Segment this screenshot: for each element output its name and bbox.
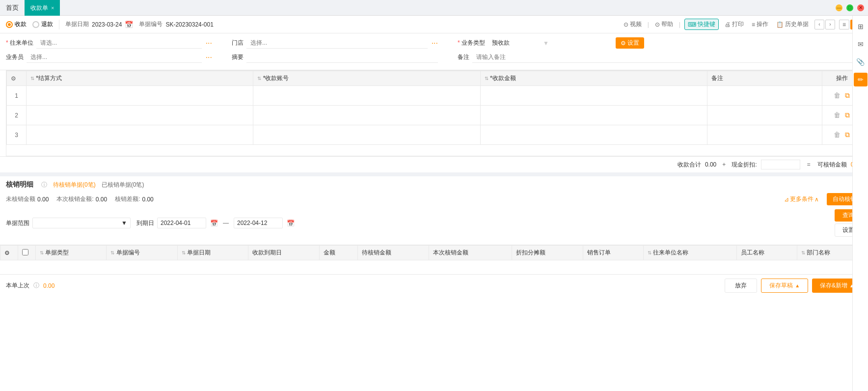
writeoff-info-icon[interactable]: ⓘ	[41, 181, 47, 189]
partner-input[interactable]	[38, 38, 200, 47]
tab-receipt[interactable]: 收款单 ×	[25, 0, 60, 16]
row-amount[interactable]	[480, 86, 707, 106]
staff-dots-btn[interactable]: ···	[206, 54, 212, 61]
remark-input[interactable]	[474, 53, 860, 61]
shop-input[interactable]	[248, 38, 426, 47]
footer-info-icon[interactable]: ⓘ	[33, 281, 39, 290]
history-btn[interactable]: 📋 历史单据	[774, 19, 811, 29]
pending-tab-link[interactable]: 待核销单据(0笔)	[53, 181, 96, 189]
row-account[interactable]	[253, 106, 480, 125]
list-view-btn[interactable]: ≡	[839, 20, 849, 29]
panel-mail-icon[interactable]: ✉	[854, 37, 868, 51]
table-header-row: ⚙ ⇅ *结算方式 ⇅ *收款账号 ⇅ *收款金额 备注	[7, 71, 862, 86]
diff-stat: 核销差额: 0.00	[115, 195, 154, 203]
bottom-col-check: ⚙	[0, 246, 18, 260]
writeoff-title: 核销明细	[6, 180, 33, 189]
calendar-from-icon[interactable]: 📅	[210, 220, 218, 227]
bottom-col-checkbox	[18, 246, 36, 260]
settings-button[interactable]: ⚙ 设置	[616, 37, 644, 49]
row-delete-icon[interactable]: 🗑	[834, 131, 841, 139]
tab-close-icon[interactable]: ×	[51, 0, 54, 16]
table-row: 1 🗑 ⧉	[7, 86, 862, 106]
nav-arrows: ‹ ›	[814, 20, 835, 29]
row-amount[interactable]	[480, 106, 707, 125]
select-all-checkbox[interactable]	[22, 249, 28, 255]
row-delete-icon[interactable]: 🗑	[834, 111, 841, 119]
done-tab-link[interactable]: 已核销单据(0笔)	[102, 181, 144, 189]
total-label: 收款合计	[678, 161, 701, 169]
row-settle[interactable]	[27, 106, 253, 125]
panel-edit-icon[interactable]: ✏	[854, 73, 868, 86]
row-settle[interactable]	[27, 125, 253, 145]
bottom-col-current: 本次核销金额	[429, 246, 512, 260]
row-delete-icon[interactable]: 🗑	[834, 91, 841, 99]
footer-label: 本单上次	[6, 281, 29, 290]
print-btn[interactable]: 🖨 打印	[723, 19, 746, 29]
diff-value: 0.00	[142, 196, 153, 203]
partner-input-box[interactable]	[36, 37, 202, 49]
panel-attach-icon[interactable]: 📎	[854, 55, 868, 69]
current-stat: 本次核销金额: 0.00	[56, 195, 107, 203]
partner-dots-btn[interactable]: ···	[206, 39, 212, 47]
table-gear-icon2[interactable]: ⚙	[4, 250, 10, 256]
remark-input-box[interactable]	[472, 52, 862, 63]
form-row-1: 往来单位 ··· 门店 ··· 业务类型 预收款	[6, 37, 862, 49]
row-copy-icon[interactable]: ⧉	[845, 91, 850, 99]
summary-label: 摘要	[232, 53, 244, 61]
range-select[interactable]: ▼	[32, 218, 131, 228]
panel-table-icon[interactable]: ⊞	[854, 20, 868, 33]
section-divider	[0, 172, 868, 176]
abandon-button[interactable]: 放弃	[725, 279, 757, 293]
ops-btn[interactable]: ≡ 操作	[750, 19, 770, 29]
staff-input-box[interactable]	[27, 52, 202, 63]
shortcut-btn[interactable]: ⌨ 快捷键	[684, 19, 719, 30]
video-btn[interactable]: ⊙ 视频	[622, 19, 644, 29]
summary-input-box[interactable]	[246, 52, 438, 63]
row-copy-icon[interactable]: ⧉	[845, 111, 850, 119]
shortcut-icon: ⌨	[688, 21, 696, 28]
footer-value: 0.00	[43, 282, 54, 289]
staff-input[interactable]	[28, 53, 200, 61]
type-radio-group: 收款 退款	[6, 20, 53, 28]
discount-input[interactable]	[761, 160, 800, 169]
filter-icon: ⊿	[784, 196, 789, 203]
help-icon: ⊙	[655, 21, 660, 28]
row-account[interactable]	[253, 125, 480, 145]
table-gear-icon[interactable]: ⚙	[11, 75, 16, 82]
bottom-col-amount: 金额	[320, 246, 357, 260]
print-icon: 🖨	[725, 21, 731, 28]
row-num: 1	[7, 86, 27, 106]
more-conditions-btn[interactable]: ⊿ 更多条件 ∧	[784, 195, 819, 203]
draft-button[interactable]: 保存草稿 ▲	[761, 279, 808, 293]
prev-btn[interactable]: ‹	[814, 20, 824, 29]
bottom-col-staff: 员工名称	[736, 246, 797, 260]
summary-input[interactable]	[248, 53, 436, 61]
row-remark[interactable]	[707, 106, 822, 125]
calendar-icon[interactable]: 📅	[125, 21, 133, 28]
row-copy-icon[interactable]: ⧉	[845, 131, 850, 139]
refund-radio[interactable]: 退款	[32, 20, 53, 28]
window-minimize[interactable]: —	[836, 4, 842, 11]
row-account[interactable]	[253, 86, 480, 106]
window-maximize[interactable]: □	[846, 4, 853, 11]
shop-input-box[interactable]	[246, 37, 428, 49]
window-close[interactable]: ✕	[857, 4, 864, 11]
row-remark[interactable]	[707, 86, 822, 106]
total-value: 0.00	[705, 161, 716, 168]
biz-type-dropdown-icon[interactable]: ▼	[543, 40, 549, 47]
row-amount[interactable]	[480, 125, 707, 145]
bottom-col-order: 销售订单	[583, 246, 644, 260]
date-to-input[interactable]	[234, 218, 283, 228]
unchecked-stat: 未核销金额 0.00	[6, 195, 49, 203]
calendar-to-icon[interactable]: 📅	[287, 220, 295, 227]
bottom-table-header-row: ⚙ ⇅ 单据类型 ⇅ 单据编号 ⇅ 单据日期	[0, 246, 868, 260]
receipt-radio[interactable]: 收款	[6, 20, 27, 28]
row-settle[interactable]	[27, 86, 253, 106]
shop-dots-btn[interactable]: ···	[432, 39, 438, 47]
next-btn[interactable]: ›	[825, 20, 835, 29]
date-from-input[interactable]	[157, 218, 206, 228]
tab-home[interactable]: 首页	[0, 0, 25, 16]
help-btn[interactable]: ⊙ 帮助	[653, 19, 675, 29]
row-remark[interactable]	[707, 125, 822, 145]
tab-bar: 首页 收款单 × — □ ✕	[0, 0, 868, 16]
